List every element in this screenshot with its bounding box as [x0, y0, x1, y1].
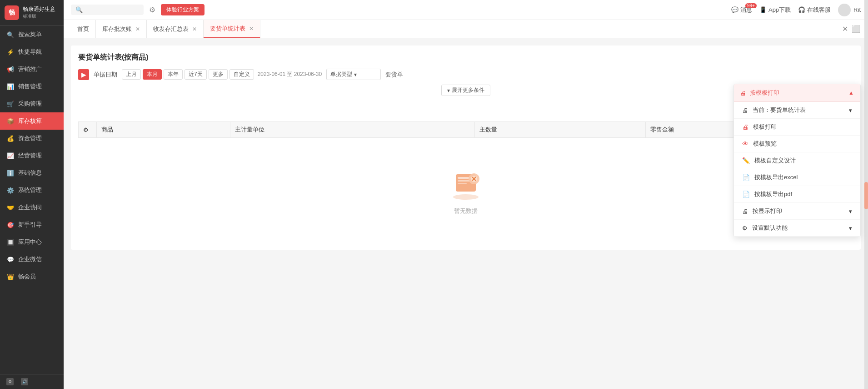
- expand-more-label: 展开更多条件: [452, 86, 484, 94]
- current-template-label: 当前：要货单统计表: [753, 106, 806, 114]
- inventory-icon: 📦: [6, 117, 15, 125]
- messages-button[interactable]: 💬 消息 99+: [731, 6, 752, 14]
- date-btn-custom[interactable]: 自定义: [229, 69, 254, 80]
- template-design-icon: ✏️: [742, 157, 750, 164]
- sidebar-item-finance[interactable]: 💰 资金管理: [0, 130, 64, 147]
- topbar-actions: 💬 消息 99+ 📱 App下载 🎧 在线客服 Rit: [731, 4, 861, 16]
- online-service-button[interactable]: 🎧 在线客服: [798, 6, 831, 14]
- tab-maximize-btn[interactable]: ⬜: [852, 25, 861, 33]
- template-print-label: 模板打印: [753, 123, 777, 131]
- sidebar-item-newbie[interactable]: 🎯 新手引导: [0, 216, 64, 233]
- user-menu[interactable]: Rit: [838, 4, 861, 16]
- headset-icon: 🎧: [798, 6, 805, 13]
- date-buttons: 上月 本月 本年 近7天 更多 自定义 2023-06-01 至 2023-06…: [122, 69, 322, 80]
- date-btn-last-month[interactable]: 上月: [122, 69, 141, 80]
- tab-inventory-batch[interactable]: 库存批次账 ✕: [96, 20, 147, 38]
- dropdown-set-default[interactable]: ⚙ 设置默认功能 ▾: [734, 220, 860, 237]
- right-scrollbar[interactable]: [864, 0, 868, 389]
- tab-close-window-btn[interactable]: ✕: [842, 25, 848, 33]
- dropdown-item-template-design[interactable]: ✏️ 模板自定义设计: [734, 152, 860, 169]
- marketing-icon: 📢: [6, 65, 15, 73]
- filter-toggle-button[interactable]: ▶: [78, 69, 89, 80]
- message-icon: 💬: [731, 6, 738, 13]
- dropdown-item-template-excel[interactable]: 📄 按模板导出excel: [734, 169, 860, 186]
- dropdown-chevron-icon: ▲: [848, 90, 854, 96]
- sidebar-item-search[interactable]: 🔍 搜索菜单: [0, 26, 64, 43]
- col-quantity: 主数量: [475, 122, 646, 138]
- enterprise-icon: 🤝: [6, 203, 15, 212]
- expand-more-button[interactable]: ▾ 展开更多条件: [441, 85, 490, 96]
- date-filter-label: 单据日期: [94, 71, 117, 79]
- current-chevron-icon: ▾: [849, 107, 852, 114]
- content-area: 要货单统计表(按商品) ▶ 单据日期 上月 本月 本年 近7天 更多 自定义 2…: [64, 38, 868, 389]
- tab-receive-summary[interactable]: 收发存汇总表 ✕: [147, 20, 204, 38]
- app-download-button[interactable]: 📱 App下载: [759, 6, 791, 14]
- date-btn-more[interactable]: 更多: [209, 69, 228, 80]
- sidebar-item-system[interactable]: ⚙️ 系统管理: [0, 182, 64, 199]
- template-excel-label: 按模板导出excel: [754, 173, 798, 182]
- col-settings[interactable]: ⚙: [79, 122, 97, 138]
- sidebar-item-basic-info[interactable]: ℹ️ 基础信息: [0, 164, 64, 182]
- current-template-icon: 🖨: [742, 107, 748, 114]
- display-print-icon: 🖨: [742, 208, 748, 215]
- tabs-bar: 首页 库存批次账 ✕ 收发存汇总表 ✕ 要货单统计表 ✕ ✕ ⬜: [64, 20, 868, 38]
- dropdown-header[interactable]: 🖨 按模板打印 ▲: [734, 84, 860, 102]
- svg-rect-4: [458, 183, 467, 184]
- sidebar-scroll-down[interactable]: 🔊: [21, 378, 28, 385]
- sales-icon: 📊: [6, 82, 15, 91]
- logo-icon: 畅: [5, 5, 19, 20]
- template-print-icon: 🖨: [742, 123, 748, 131]
- sidebar-item-quick-nav[interactable]: ⚡ 快捷导航: [0, 43, 64, 61]
- dropdown-item-template-preview[interactable]: 👁 模板预览: [734, 136, 860, 152]
- sidebar-item-enterprise-wechat[interactable]: 💬 企业微信: [0, 251, 64, 268]
- col-unit: 主计量单位: [230, 122, 475, 138]
- sidebar-item-marketing[interactable]: 📢 营销推广: [0, 61, 64, 78]
- enterprise-wechat-icon: 💬: [6, 255, 15, 263]
- order-type-chevron-icon: ▾: [354, 71, 357, 78]
- dropdown-display-print[interactable]: 🖨 按显示打印 ▾: [734, 203, 860, 220]
- dropdown-item-template-pdf[interactable]: 📄 按模板导出pdf: [734, 186, 860, 203]
- vip-icon: 👑: [6, 273, 15, 281]
- logo-text-area: 畅康通好生意 标准版: [23, 6, 55, 20]
- col-product: 商品: [97, 122, 230, 138]
- tab-close-inventory-batch[interactable]: ✕: [135, 26, 140, 32]
- date-btn-last-7-days[interactable]: 近7天: [185, 69, 207, 80]
- logo-subtitle: 标准版: [23, 13, 55, 20]
- sidebar-item-vip[interactable]: 👑 畅会员: [0, 268, 64, 285]
- sidebar-item-enterprise[interactable]: 🤝 企业协同: [0, 199, 64, 216]
- topbar-settings-icon[interactable]: ⚙: [149, 5, 155, 14]
- date-btn-this-month[interactable]: 本月: [143, 69, 162, 80]
- operations-icon: 📈: [6, 152, 15, 160]
- sidebar-item-sales[interactable]: 📊 销售管理: [0, 78, 64, 95]
- newbie-icon: 🎯: [6, 221, 15, 229]
- tab-close-order-stats[interactable]: ✕: [249, 25, 254, 32]
- template-design-label: 模板自定义设计: [754, 157, 796, 165]
- topbar-search-input[interactable]: [85, 7, 139, 13]
- dropdown-current-item[interactable]: 🖨 当前：要货单统计表 ▾: [734, 102, 860, 119]
- dropdown-item-template-print[interactable]: 🖨 模板打印: [734, 119, 860, 136]
- order-type-select[interactable]: 单据类型 ▾: [326, 69, 381, 80]
- topbar-search-box[interactable]: 🔍: [71, 5, 144, 15]
- tab-order-stats[interactable]: 要货单统计表 ✕: [204, 20, 260, 38]
- column-settings-icon[interactable]: ⚙: [83, 126, 89, 133]
- sidebar-scroll-up[interactable]: ⚙: [6, 378, 14, 385]
- sidebar-item-operations[interactable]: 📈 经营管理: [0, 147, 64, 164]
- display-print-chevron-icon: ▾: [849, 208, 852, 215]
- date-btn-this-year[interactable]: 本年: [164, 69, 183, 80]
- dropdown-title: 按模板打印: [750, 89, 779, 97]
- expand-more-icon: ▾: [447, 87, 450, 94]
- sidebar-item-purchase[interactable]: 🛒 采购管理: [0, 95, 64, 112]
- tab-close-receive-summary[interactable]: ✕: [192, 26, 197, 32]
- topbar-search-icon: 🔍: [75, 6, 83, 13]
- search-nav-icon: 🔍: [6, 30, 15, 39]
- filter-row: ▶ 单据日期 上月 本月 本年 近7天 更多 自定义 2023-06-01 至 …: [78, 69, 853, 80]
- empty-text: 暂无数据: [454, 207, 478, 215]
- set-default-chevron-icon: ▾: [849, 225, 852, 232]
- template-preview-label: 模板预览: [753, 140, 777, 148]
- tab-home[interactable]: 首页: [71, 20, 96, 38]
- sidebar-item-inventory[interactable]: 📦 库存核算: [0, 112, 64, 130]
- set-default-label: 设置默认功能: [752, 224, 788, 232]
- sidebar-item-app-center[interactable]: 🔲 应用中心: [0, 233, 64, 251]
- messages-badge: 99+: [745, 3, 757, 8]
- trial-button[interactable]: 体验行业方案: [161, 4, 205, 15]
